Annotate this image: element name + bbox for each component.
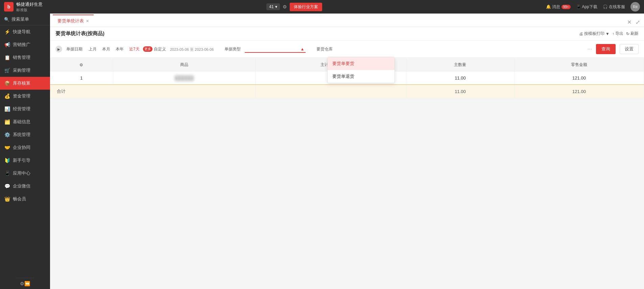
- filter-expand-button[interactable]: ▶: [55, 46, 62, 52]
- collapse-sidebar-icon[interactable]: ⏪: [24, 281, 30, 286]
- summary-row: 合计 11.00 121.00: [50, 85, 644, 98]
- query-button[interactable]: 查询: [596, 44, 616, 54]
- sidebar-label-purchase: 采购管理: [13, 67, 30, 73]
- sidebar-item-finance[interactable]: 💰资金管理: [0, 90, 50, 103]
- sidebar-item-enterprise[interactable]: 🤝企业协同: [0, 141, 50, 154]
- app-download[interactable]: 📱 App下载: [576, 4, 597, 10]
- tab-bar: 首页库存批次账✕收发存汇总表✕要货单统计表✕ ✕ ⤢: [50, 14, 644, 27]
- sidebar-item-basic[interactable]: 🗂️基础信息: [0, 115, 50, 128]
- sidebar-item-system[interactable]: ⚙️系统管理: [0, 128, 50, 141]
- notifications[interactable]: 🔔 消息 99+: [546, 4, 571, 10]
- app-info: 畅捷通好生意 标准版: [16, 1, 43, 13]
- sidebar-icon-enterprise: 🤝: [4, 145, 10, 150]
- sidebar-item-member[interactable]: 👑畅会员: [0, 193, 50, 205]
- summary-unit: [255, 85, 406, 98]
- main-layout: 🔍 搜索菜单 ⚡快捷导航📢营销推广📋销售管理🛒采购管理📦库存核算💰资金管理📊经营…: [0, 14, 644, 289]
- settings-column-header[interactable]: ⚙: [50, 59, 113, 71]
- online-service[interactable]: 🎧 在线客服: [603, 4, 625, 10]
- sidebar-item-inventory[interactable]: 📦库存核算: [0, 77, 50, 90]
- date-this-month-btn[interactable]: 本月: [100, 45, 112, 53]
- refresh-button[interactable]: ↻ 刷新: [626, 31, 639, 37]
- dropdown-item-order-goods[interactable]: 要货单要货: [328, 57, 395, 70]
- type-filter-input[interactable]: [245, 46, 306, 53]
- sidebar-icon-system: ⚙️: [4, 132, 10, 137]
- sidebar-label-basic: 基础信息: [13, 119, 30, 125]
- sidebar-label-inventory: 库存核算: [13, 80, 30, 86]
- sidebar-label-operations: 经营管理: [13, 106, 30, 112]
- type-chevron-up-icon[interactable]: ▲: [300, 47, 304, 51]
- topbar-center: 41 ▾ ⚙ 体验行业方案: [266, 3, 322, 11]
- export-icon: ↑: [612, 31, 614, 36]
- sidebar-search[interactable]: 🔍 搜索菜单: [0, 14, 50, 25]
- print-icon: 🖨: [579, 31, 583, 36]
- sidebar-icon-finance: 💰: [4, 93, 10, 99]
- tab-close-order-stats[interactable]: ✕: [86, 19, 89, 23]
- topbar-left: b 畅捷通好生意 标准版: [4, 1, 43, 13]
- chevron-down-icon: ▾: [275, 4, 277, 9]
- sidebar-item-operations[interactable]: 📊经营管理: [0, 103, 50, 115]
- sidebar-items: ⚡快捷导航📢营销推广📋销售管理🛒采购管理📦库存核算💰资金管理📊经营管理🗂️基础信…: [0, 25, 50, 205]
- date-range-text: 2023-05-06 至 2023-06-06: [170, 47, 214, 51]
- company-select[interactable]: 41 ▾: [266, 3, 280, 10]
- sidebar-item-wechat[interactable]: 💬企业微信: [0, 180, 50, 193]
- settings-bottom-icon[interactable]: ⚙: [20, 281, 24, 286]
- amount-column-header: 零售金额: [514, 59, 644, 71]
- sidebar-item-quick-nav[interactable]: ⚡快捷导航: [0, 25, 50, 38]
- date-7days-btn[interactable]: 近7天: [127, 45, 142, 53]
- type-filter-label: 单据类型: [224, 46, 241, 52]
- row-amount: 121.00: [514, 71, 644, 85]
- sidebar-bottom: ⚙ ⏪: [16, 278, 34, 289]
- date-this-year-btn[interactable]: 本年: [114, 45, 126, 53]
- sidebar-icon-wechat: 💬: [4, 183, 10, 189]
- filter-more-icon[interactable]: ···: [588, 46, 592, 52]
- app-logo: b: [4, 2, 14, 12]
- date-filter-group: 上月 本月 本年 近7天 更多 自定义: [87, 45, 166, 53]
- type-filter-wrap: ▲: [245, 46, 306, 53]
- date-more-badge: 更多: [143, 46, 152, 52]
- sidebar-icon-sales: 📋: [4, 55, 10, 60]
- settings-icon[interactable]: ⚙: [283, 4, 287, 9]
- topbar: b 畅捷通好生意 标准版 41 ▾ ⚙ 体验行业方案 🔔 消息 99+ 📱 Ap…: [0, 0, 644, 14]
- warehouse-filter-label: 要货仓库: [316, 46, 333, 52]
- date-prev-month-btn[interactable]: 上月: [87, 45, 99, 53]
- sidebar-item-sales[interactable]: 📋销售管理: [0, 51, 50, 64]
- sidebar-label-marketing: 营销推广: [13, 42, 30, 48]
- dropdown-item-order-return[interactable]: 要货单退货: [328, 70, 395, 83]
- sidebar-label-system: 系统管理: [13, 132, 30, 138]
- column-settings-icon[interactable]: ⚙: [79, 63, 83, 67]
- notification-badge: 99+: [562, 5, 571, 9]
- trial-button[interactable]: 体验行业方案: [290, 3, 322, 11]
- date-filter-label: 单据日期: [66, 46, 82, 52]
- row-goods: ██████: [113, 71, 255, 85]
- avatar[interactable]: Rit: [630, 2, 640, 12]
- export-button[interactable]: ↑ 导出: [612, 31, 623, 37]
- filter-settings-button[interactable]: 设置: [620, 44, 639, 54]
- sidebar-item-purchase[interactable]: 🛒采购管理: [0, 64, 50, 77]
- app-subtitle: 标准版: [16, 7, 43, 13]
- sidebar-label-guide: 新手引导: [13, 157, 30, 163]
- row-no: 1: [50, 71, 113, 85]
- topbar-right: 🔔 消息 99+ 📱 App下载 🎧 在线客服 Rit: [546, 2, 640, 12]
- page-title: 要货单统计表(按商品): [55, 30, 104, 37]
- app-name: 畅捷通好生意: [16, 1, 43, 7]
- sidebar-label-wechat: 企业微信: [13, 183, 30, 189]
- page-content: 要货单统计表(按商品) 🖨 按模板打印 ▼ ↑ 导出 ↻ 刷新: [50, 27, 644, 289]
- row-quantity: 11.00: [406, 71, 514, 85]
- sidebar-item-appstore[interactable]: 📱应用中心: [0, 167, 50, 180]
- sidebar-icon-quick-nav: ⚡: [4, 29, 10, 35]
- sidebar-label-member: 畅会员: [13, 196, 26, 202]
- date-custom-btn[interactable]: 自定义: [154, 46, 166, 52]
- sidebar-label-enterprise: 企业协同: [13, 144, 30, 151]
- goods-column-header: 商品: [113, 59, 255, 71]
- sidebar-label-sales: 销售管理: [13, 54, 30, 61]
- date-range-display: 2023-05-06 至 2023-06-06: [170, 46, 214, 52]
- tab-order-stats[interactable]: 要货单统计表✕: [53, 15, 94, 27]
- refresh-icon: ↻: [626, 31, 629, 36]
- sidebar-item-guide[interactable]: 🔰新手引导: [0, 154, 50, 167]
- sidebar-item-marketing[interactable]: 📢营销推广: [0, 38, 50, 51]
- maximize-icon[interactable]: ⤢: [634, 18, 641, 27]
- sidebar-icon-appstore: 📱: [4, 171, 10, 176]
- sidebar: 🔍 搜索菜单 ⚡快捷导航📢营销推广📋销售管理🛒采购管理📦库存核算💰资金管理📊经营…: [0, 14, 50, 289]
- print-button[interactable]: 🖨 按模板打印 ▼: [579, 31, 610, 37]
- close-tab-icon[interactable]: ✕: [626, 18, 633, 27]
